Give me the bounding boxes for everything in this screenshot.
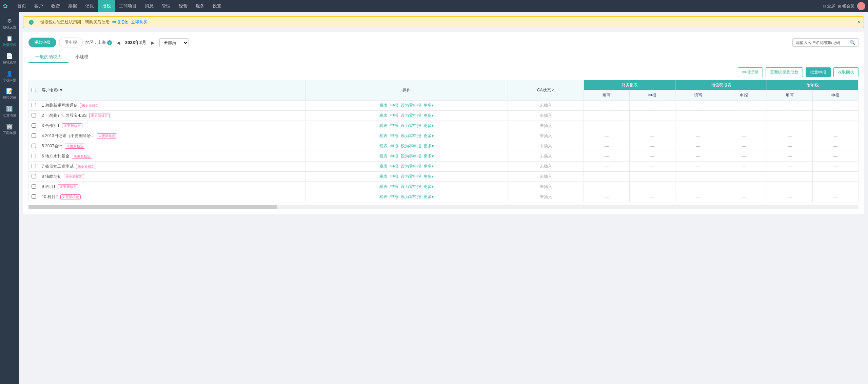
sidebar-item-个税申报[interactable]: 👤个税申报 [0,68,19,85]
op-申报-3[interactable]: 申报 [390,133,398,138]
region-info-icon[interactable]: i [107,40,112,45]
op-more-6[interactable]: 更多▾ [423,164,434,169]
select-all-checkbox[interactable] [32,88,36,92]
op-zeroreport-4[interactable]: 设为零申报 [401,144,421,148]
tag-unconfirmed-1: 未更新核定 [89,113,110,118]
nav-item-工商项目[interactable]: 工商项目 [115,0,141,12]
nav-item-票据[interactable]: 票据 [64,0,81,12]
nav-item-客户[interactable]: 客户 [30,0,47,12]
sidebar-item-批量报税[interactable]: 📋批量报税 [0,33,19,50]
op-taxform-2[interactable]: 税表 [379,123,388,128]
row-checkbox-4[interactable] [32,144,36,148]
op-taxform-5[interactable]: 税表 [379,154,388,158]
op-申报-6[interactable]: 申报 [390,164,398,169]
sidebar-item-报税总览[interactable]: 📄报税总览 [0,50,19,68]
更新统定及取数-btn[interactable]: 更新统定及取数 [766,67,803,77]
op-申报-9[interactable]: 申报 [390,194,398,199]
op-申报-5[interactable]: 申报 [390,154,398,158]
cell-add-report-1: — [813,111,859,121]
cell-tax-report-7: — [721,172,767,182]
申报记录-btn[interactable]: 申报记录 [738,67,763,77]
op-申报-4[interactable]: 申报 [390,144,398,148]
avatar[interactable] [857,2,865,10]
sidebar-item-工商年报[interactable]: 🏢工商年报 [0,121,19,138]
op-申报-8[interactable]: 申报 [390,184,398,189]
op-more-9[interactable]: 更多▾ [423,194,434,199]
search-button[interactable]: 🔍 [847,39,858,46]
row-checkbox-3[interactable] [32,133,36,138]
op-zeroreport-7[interactable]: 设为零申报 [401,174,421,179]
row-checkbox-2[interactable] [32,123,36,128]
op-more-8[interactable]: 更多▾ [423,184,434,189]
收取回执-btn[interactable]: 收取回执 [833,67,859,77]
banner-close-btn[interactable]: ✕ [857,20,861,25]
search-input[interactable] [793,39,847,46]
member-btn[interactable]: ⊞ 畅会员 [838,3,854,9]
op-zeroreport-6[interactable]: 设为零申报 [401,164,421,169]
op-more-7[interactable]: 更多▾ [423,174,434,179]
nav-item-服务[interactable]: 服务 [192,0,209,12]
op-zeroreport-3[interactable]: 设为零申报 [401,133,421,138]
op-taxform-1[interactable]: 税表 [379,113,388,118]
op-more-3[interactable]: 更多▾ [423,133,434,138]
horizontal-scrollbar[interactable] [28,205,859,209]
op-taxform-8[interactable]: 税表 [379,184,388,189]
op-taxform-9[interactable]: 税表 [379,194,388,199]
nav-item-经营[interactable]: 经营 [175,0,192,12]
row-checkbox-0[interactable] [32,103,36,107]
op-taxform-0[interactable]: 税表 [379,103,388,108]
nav-item-记账[interactable]: 记账 [81,0,98,12]
sidebar-item-报税设置[interactable]: ⚙报税设置 [0,15,19,33]
row-checkbox-7[interactable] [32,174,36,178]
op-more-1[interactable]: 更多▾ [423,113,434,118]
tab-零申报[interactable]: 零申报 [59,38,83,47]
th-additional-tax-group: 附加税 [767,80,859,90]
op-zeroreport-5[interactable]: 设为零申报 [401,154,421,158]
op-more-4[interactable]: 更多▾ [423,144,434,148]
nav-item-消息[interactable]: 消息 [141,0,158,12]
op-zeroreport-9[interactable]: 设为零申报 [401,194,421,199]
cell-add-fill-4: — [767,141,813,151]
row-checkbox-8[interactable] [32,184,36,189]
sub-tab-一般纳税人[interactable]: 一般的纳税人 [28,51,68,63]
nav-item-设置[interactable]: 设置 [209,0,225,12]
op-zeroreport-1[interactable]: 设为零申报 [401,113,421,118]
banner-link-立即购买[interactable]: 立即购买 [131,19,147,25]
op-申报-1[interactable]: 申报 [390,113,398,118]
row-checkbox-6[interactable] [32,164,36,168]
nav-item-报税[interactable]: 报税 [98,0,115,12]
op-申报-0[interactable]: 申报 [390,103,398,108]
op-taxform-3[interactable]: 税表 [379,133,388,138]
sub-tab-小规模[interactable]: 小规模 [68,51,95,63]
op-zeroreport-8[interactable]: 设为零申报 [401,184,421,189]
nav-item-管理[interactable]: 管理 [158,0,175,12]
op-taxform-6[interactable]: 税表 [379,164,388,169]
sidebar-item-汇算清缴[interactable]: 🔢汇算清缴 [0,103,19,121]
banner-link-申报汇签[interactable]: 申报汇签 [112,19,129,25]
next-month-btn[interactable]: ▶ [149,39,157,46]
row-checkbox-9[interactable] [32,194,36,199]
批量申报-btn[interactable]: 批量申报 [806,67,831,77]
nav-item-收费[interactable]: 收费 [47,0,64,12]
cell-client-name-2: 3 合作社1 未更新核定 [39,121,306,131]
op-taxform-7[interactable]: 税表 [379,174,388,179]
op-taxform-4[interactable]: 税表 [379,144,388,148]
cell-ops-1: 税表 申报 设为零申报 更多▾ [305,111,508,121]
tab-税款申报[interactable]: 税款申报 [28,38,56,47]
staff-select[interactable]: 全部员工 [159,38,189,47]
fullscreen-btn[interactable]: □ 全屏 [823,3,835,9]
op-more-5[interactable]: 更多▾ [423,154,434,158]
cell-tax-fill-8: — [675,182,721,192]
op-申报-7[interactable]: 申报 [390,174,398,179]
op-zeroreport-0[interactable]: 设为零申报 [401,103,421,108]
op-more-2[interactable]: 更多▾ [423,123,434,128]
op-more-0[interactable]: 更多▾ [423,103,434,108]
th-add-report: 申报 [813,90,859,101]
row-checkbox-1[interactable] [32,113,36,118]
op-申报-2[interactable]: 申报 [390,123,398,128]
row-checkbox-5[interactable] [32,154,36,158]
op-zeroreport-2[interactable]: 设为零申报 [401,123,421,128]
sidebar-item-报税记录[interactable]: 📝报税记录 [0,85,19,103]
nav-item-首页[interactable]: 首页 [13,0,30,12]
prev-month-btn[interactable]: ◀ [115,39,122,46]
